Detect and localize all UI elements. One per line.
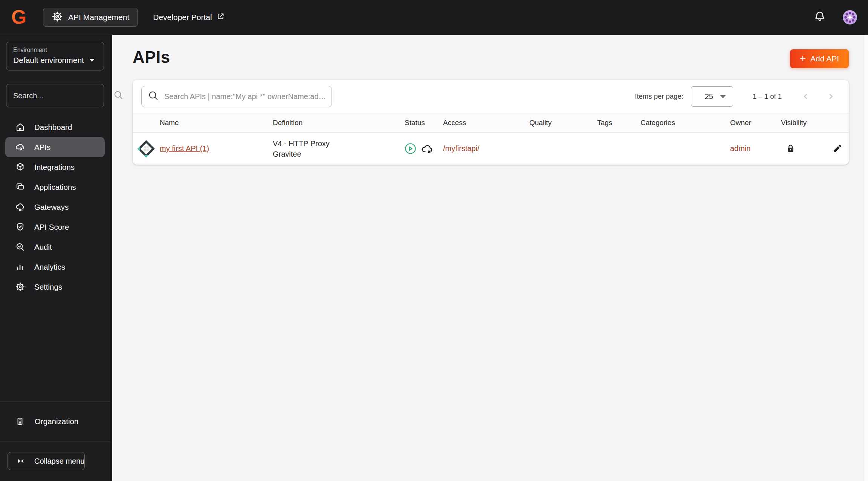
apis-table-card: Items per page: 25 1 – 1 of 1 [133,80,849,165]
sidebar-item-settings[interactable]: Settings [5,277,105,297]
next-page-button[interactable] [822,88,840,105]
external-link-icon [217,12,225,22]
page-title: APIs [133,48,170,67]
environment-value: Default environment [13,56,84,65]
api-identicon-icon [137,140,155,158]
collapse-menu-button[interactable]: Collapse menu [8,452,85,470]
sidebar-item-label: Settings [34,282,62,292]
sidebar-search-input[interactable] [13,92,113,100]
developer-portal-link[interactable]: Developer Portal [153,12,224,22]
environment-label: Environment [13,47,97,53]
sidebar-item-label: Applications [34,183,76,192]
sidebar-item-label: Analytics [34,263,65,272]
sidebar-footer: Organization Collapse menu [0,402,110,481]
cloud-node-icon [15,202,25,212]
user-identicon-icon [842,10,857,25]
items-per-page-value: 25 [698,92,720,101]
chevron-down-icon [89,59,95,62]
scrollbar-track[interactable] [864,35,868,481]
search-check-icon [15,242,25,252]
api-actions-cell [832,144,849,154]
api-access-cell: /myfirstapi/ [443,144,529,153]
sidebar-item-api-score[interactable]: API Score [5,217,105,237]
top-bar: G API Management Developer Portal [0,0,868,35]
column-header-definition: Definition [273,119,405,127]
items-per-page-label: Items per page: [635,92,683,101]
developer-portal-label: Developer Portal [153,13,212,22]
sidebar-item-label: Gateways [34,203,69,212]
add-api-label: Add API [810,54,839,63]
search-icon [148,90,159,103]
main-content: APIs + Add API Items per page: 25 [115,35,868,481]
sidebar-item-label: APIs [34,143,50,152]
collapse-menu-label: Collapse menu [34,457,84,466]
sidebar-item-label: Dashboard [34,123,72,132]
api-search-input[interactable] [164,92,326,101]
divider [0,441,110,441]
items-per-page-select[interactable]: 25 [691,86,733,107]
sidebar-item-label: Audit [34,243,52,252]
sidebar-item-dashboard[interactable]: Dashboard [5,117,105,137]
api-management-button[interactable]: API Management [43,8,138,27]
chevron-down-icon [720,95,726,98]
sidebar-item-audit[interactable]: Audit [5,237,105,257]
sidebar-nav: Dashboard APIs Integrations [0,117,110,297]
sidebar-item-analytics[interactable]: Analytics [5,257,105,277]
gear-icon [52,11,63,24]
api-definition-cell: V4 - HTTP Proxy Gravitee [273,138,405,159]
gravitee-logo[interactable]: G [11,7,30,28]
table-header: Name Definition Status Access Quality Ta… [133,113,849,133]
home-icon [15,122,25,132]
environment-select[interactable]: Environment Default environment [6,42,104,70]
api-search-box [141,86,332,107]
chevron-left-icon [800,91,811,102]
api-name-link[interactable]: my first API (1) [160,144,209,153]
gear-icon [15,282,25,292]
table-filter-row: Items per page: 25 1 – 1 of 1 [133,80,849,113]
building-icon [15,417,25,426]
sidebar-item-label: Integrations [34,163,75,172]
add-api-button[interactable]: + Add API [790,49,849,68]
sidebar-item-organization[interactable]: Organization [0,402,110,441]
plus-icon: + [800,53,806,64]
column-header-status: Status [405,119,443,127]
cloud-out-of-sync-icon [421,142,434,155]
api-owner-cell: admin [730,144,781,153]
api-avatar [137,140,160,158]
column-header-tags: Tags [597,119,640,127]
api-status-cell [405,142,443,155]
cube-icon [15,162,25,172]
chevron-right-icon [826,91,836,102]
api-management-label: API Management [68,13,129,22]
sidebar-item-apis[interactable]: APIs [5,137,105,157]
user-avatar[interactable] [842,10,857,25]
table-row[interactable]: my first API (1) V4 - HTTP Proxy Gravite… [133,133,849,165]
cloud-gear-icon [15,142,25,152]
collapse-icon [16,457,25,466]
api-definition-line1: V4 - HTTP Proxy [273,138,405,149]
api-definition-line2: Gravitee [273,149,405,159]
svg-text:G: G [11,7,26,27]
notifications-button[interactable] [813,10,827,25]
column-header-access: Access [443,119,529,127]
lock-icon [785,144,796,154]
sidebar-item-applications[interactable]: Applications [5,177,105,197]
sidebar: Environment Default environment Dashboar… [0,35,112,481]
api-visibility-cell [781,144,832,154]
column-header-owner: Owner [730,119,781,127]
status-started-icon [405,143,416,154]
apps-icon [15,182,25,192]
sidebar-search [6,84,104,107]
sidebar-item-integrations[interactable]: Integrations [5,157,105,177]
previous-page-button[interactable] [797,88,814,105]
sidebar-item-label: API Score [34,223,69,232]
column-header-quality: Quality [529,119,597,127]
sidebar-item-gateways[interactable]: Gateways [5,197,105,217]
column-header-categories: Categories [640,119,730,127]
shield-check-icon [15,222,25,232]
pencil-icon [832,144,842,154]
bar-chart-icon [15,262,25,272]
edit-api-button[interactable] [832,144,842,154]
api-name-cell: my first API (1) [160,144,273,153]
column-header-visibility: Visibility [781,119,832,127]
